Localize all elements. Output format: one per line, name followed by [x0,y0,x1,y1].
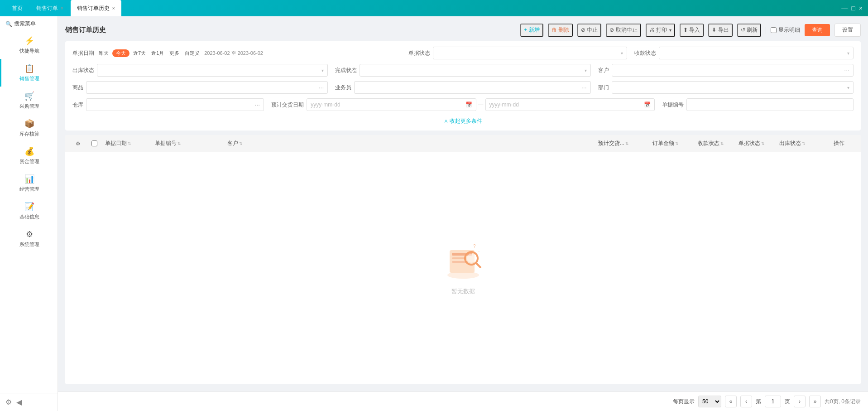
date-options: 昨天 今天 近7天 近1月 更多 自定义 [97,49,201,57]
tab-sales-order[interactable]: 销售订单 × [30,0,70,16]
delivery-to-input[interactable]: yyyy-mm-dd 📅 [485,98,655,111]
date-1month[interactable]: 近1月 [149,49,166,57]
date-more[interactable]: 更多 [168,49,181,57]
maximize-button[interactable]: □ [851,5,855,12]
filter-product: 商品 ··· [72,81,328,94]
settings-footer-icon[interactable]: ⚙ [5,398,12,406]
delete-button[interactable]: 🗑 删除 [548,24,573,37]
th-checkbox[interactable] [87,140,101,146]
first-page-btn[interactable]: « [725,396,737,407]
dept-chevron: ▾ [847,85,849,90]
window-close-button[interactable]: × [859,5,863,12]
delivery-from-input[interactable]: yyyy-mm-dd 📅 [307,98,476,111]
product-label: 商品 [72,84,83,92]
delivery-label: 预计交货日期 [271,101,304,109]
finance-icon: 💰 [24,146,34,156]
th-delivery[interactable]: 预计交货... ⇅ [595,140,649,147]
sidebar-item-quick-nav[interactable]: ⚡ 快捷导航 [0,31,58,59]
export-button[interactable]: ⬇ 导出 [708,24,732,37]
import-button[interactable]: ⬆ 导入 [680,24,704,37]
th-bill-status[interactable]: 单据状态 ⇅ [735,140,776,147]
refresh-button[interactable]: ↺ 刷新 [737,24,761,37]
collapse-sidebar-icon[interactable]: ◀ [16,398,22,406]
prev-page-btn[interactable]: ‹ [740,396,752,407]
th-amount[interactable]: 订单金额 ⇅ [649,140,694,147]
customer-input[interactable]: ··· [612,64,854,77]
th-customer[interactable]: 客户 ⇅ [224,140,595,147]
sort-delivery-icon: ⇅ [625,141,629,146]
page-number-input[interactable] [765,396,781,407]
th-action: 操作 [821,140,857,147]
sort-customer-icon: ⇅ [239,141,243,146]
close-tab-sales[interactable]: × [61,6,63,11]
salesperson-input[interactable]: ··· [354,81,590,94]
sidebar-item-sales[interactable]: 📋 销售管理 [0,59,58,87]
print-button[interactable]: 🖨 打印 [646,24,675,37]
tab-home[interactable]: 首页 [5,0,29,16]
sidebar-item-finance[interactable]: 💰 资金管理 [0,142,58,169]
query-button[interactable]: 查询 [805,24,830,36]
per-page-label: 每页显示 [673,398,695,406]
svg-point-6 [467,254,476,263]
collapse-more-btn[interactable]: ∧ 收起更多条件 [72,116,854,125]
filter-warehouse: 仓库 ··· [72,98,264,111]
filter-receipt-status: 收款状态 ▾ [634,47,854,59]
date-yesterday[interactable]: 昨天 [97,49,110,57]
receipt-status-select[interactable]: ▾ [659,47,854,59]
date-label: 单据日期 [72,49,94,57]
date-separator: — [478,102,484,108]
sort-amount-icon: ⇅ [675,141,679,146]
bill-status-select[interactable]: ▾ [433,47,628,59]
per-page-select[interactable]: 10 20 50 100 [698,396,721,407]
next-page-btn[interactable]: › [794,396,806,407]
total-info: 共0页, 0条记录 [825,398,861,406]
show-detail-checkbox[interactable] [771,27,777,33]
minimize-button[interactable]: — [841,5,848,12]
search-icon: 🔍 [5,21,12,27]
th-out-status[interactable]: 出库状态 ⇅ [776,140,821,147]
main-content: 销售订单历史 + 新增 🗑 删除 ⊘ 中止 ⊘ 取消中止 🖨 [58,16,868,411]
purchase-icon: 🛒 [24,91,34,101]
toolbar-divider [766,27,766,34]
sidebar-item-operations[interactable]: 📊 经营管理 [0,169,58,197]
svg-text:~: ~ [478,249,480,253]
out-status-select[interactable]: ▾ [97,64,328,77]
pagination-bar: 每页显示 10 20 50 100 « ‹ 第 页 › » 共0页, 0条记录 [58,392,868,411]
date-7days[interactable]: 近7天 [131,49,148,57]
sidebar-item-basic[interactable]: 📝 基础信息 [0,197,58,225]
close-tab-history[interactable]: × [112,6,115,11]
filter-order-num: 单据编号 [662,98,854,111]
new-button[interactable]: + 新增 [520,24,543,37]
sidebar-search[interactable]: 🔍 搜索菜单 [0,16,58,31]
table-header: ⚙ 单据日期 ⇅ 单据编号 ⇅ 客户 ⇅ [65,135,861,152]
date-custom[interactable]: 自定义 [183,49,201,57]
calendar-icon: 📅 [465,102,472,108]
date-today[interactable]: 今天 [112,49,129,57]
product-input[interactable]: ··· [86,81,328,94]
sidebar-item-purchase[interactable]: 🛒 采购管理 [0,87,58,114]
done-status-select[interactable]: ▾ [360,64,590,77]
dept-label: 部门 [598,84,609,92]
stop-button[interactable]: ⊘ 中止 [577,24,601,37]
order-num-input[interactable] [686,98,854,111]
page-suffix: 页 [785,398,790,406]
cancel-stop-button[interactable]: ⊘ 取消中止 [606,24,641,37]
salesperson-label: 业务员 [335,84,351,92]
filter-delivery: 预计交货日期 yyyy-mm-dd 📅 — yyyy-mm-dd 📅 [271,98,655,111]
warehouse-input[interactable]: ··· [86,98,264,111]
tab-sales-history[interactable]: 销售订单历史 × [71,0,121,16]
filter-dept: 部门 ▾ [598,81,854,94]
sidebar-item-system[interactable]: ⚙ 系统管理 [0,225,58,252]
dept-select[interactable]: ▾ [612,81,854,94]
receipt-chevron: ▾ [847,51,849,56]
last-page-btn[interactable]: » [809,396,821,407]
show-detail-toggle[interactable]: 显示明细 [771,26,800,34]
th-date[interactable]: 单据日期 ⇅ [101,140,151,147]
filter-row-4: 仓库 ··· 预计交货日期 yyyy-mm-dd 📅 — yyyy [72,98,854,111]
select-all-checkbox[interactable] [91,140,97,146]
setting-button[interactable]: 设置 [834,24,861,37]
th-receipt-status[interactable]: 收款状态 ⇅ [694,140,735,147]
sidebar-item-inventory[interactable]: 📦 库存核算 [0,114,58,142]
th-number[interactable]: 单据编号 ⇅ [151,140,224,147]
th-settings[interactable]: ⚙ [69,140,87,147]
